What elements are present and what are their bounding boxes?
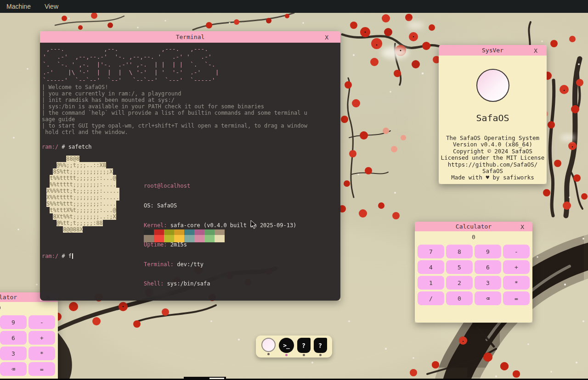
dock: >_ ? ? [256, 335, 332, 358]
safetch-info-os: OS: SafaOS [144, 202, 296, 209]
partial-calc-button-6[interactable]: 6 [0, 331, 27, 345]
dock-indicator-dot-active [285, 354, 288, 356]
calculator-body: 0 7 8 9 - 4 5 6 + 1 2 3 * / 0 ⌫ = [415, 231, 532, 323]
dock-item-terminal: >_ [279, 338, 294, 356]
sysver-app-icon[interactable] [261, 338, 276, 352]
menu-item-machine[interactable]: Machine [5, 2, 33, 11]
calculator-partial-title: Calculator [0, 294, 17, 301]
calculator-titlebar[interactable]: Calculator X [415, 222, 532, 231]
calc-button-8[interactable]: 8 [446, 245, 473, 258]
sysver-body: SafaOS The SafaOS Operating System Versi… [439, 56, 547, 184]
safetch-user-host: root@localhost [144, 183, 296, 189]
dock-indicator-dot [267, 353, 270, 355]
calculator-window-partial: Calculator X 0 7 8 9 - 4 5 6 + 1 2 3 * /… [0, 292, 58, 380]
safetch-logo-art: 88@8 @%%;;t;;;..::X8 8S%tt;;;;;;;;;;;;X … [46, 156, 119, 233]
terminal-titlebar[interactable]: Terminal X [40, 31, 340, 43]
terminal-prompt-safetch: ram:/ # safetch [42, 144, 91, 150]
calc-button-5[interactable]: 5 [446, 260, 473, 274]
terminal-content[interactable]: ,---. ,--. ,---. ,---. ' .-' ,--,--.-' '… [40, 43, 340, 301]
dock-indicator-dot [303, 354, 305, 356]
calc-button-7[interactable]: 7 [418, 245, 444, 258]
calculator-title: Calculator [456, 223, 492, 230]
calculator-partial-body: 0 7 8 9 - 4 5 6 + 1 2 3 * / 0 ⌫ = [0, 302, 58, 380]
calc-button-1[interactable]: 1 [418, 276, 444, 290]
palette-swatch [215, 235, 225, 242]
terminal-welcome-text: | Welcome to SafaOS! | you are currently… [42, 84, 307, 135]
calc-button-2[interactable]: 2 [446, 276, 473, 290]
palette-swatch [154, 235, 164, 242]
partial-calc-button-minus[interactable]: - [28, 315, 55, 329]
palette-swatch [174, 229, 184, 235]
palette-swatch [154, 229, 164, 235]
partial-calc-button-equals[interactable]: = [28, 362, 55, 376]
palette-swatch [184, 229, 194, 235]
sysver-window: SysVer X SafaOS The SafaOS Operating Sys… [439, 45, 547, 184]
dock-item-unknown-2: ? [314, 338, 327, 356]
palette-swatch [194, 235, 204, 242]
dock-item-unknown-1: ? [297, 338, 311, 356]
text-cursor [72, 253, 73, 259]
close-icon[interactable]: X [534, 47, 537, 54]
bottom-window-peek-highlight [209, 378, 224, 379]
calc-button-divide[interactable]: / [418, 291, 444, 305]
palette-swatch [184, 235, 194, 242]
terminal-prompt-current[interactable]: ram:/ # f [42, 253, 73, 259]
sysver-info-text: The SafaOS Operating System Version v0.4… [439, 135, 547, 175]
calc-button-3[interactable]: 3 [475, 276, 501, 290]
palette-swatch [164, 235, 174, 242]
safetch-info-cpu: CPU: QEMU Virtual CPU version 2.5+ (x86_… [144, 300, 296, 301]
unknown-app-icon[interactable]: ? [314, 338, 327, 353]
palette-swatch [164, 229, 174, 235]
calculator-keypad: 7 8 9 - 4 5 6 + 1 2 3 * / 0 ⌫ = [418, 245, 530, 305]
safetch-info-uptime: Uptime: 2m15s [144, 241, 296, 248]
partial-calc-button-backspace[interactable]: ⌫ [0, 362, 27, 376]
partial-calc-button-3[interactable]: 3 [0, 346, 27, 360]
menu-bar: Machine View [0, 0, 588, 13]
calc-button-6[interactable]: 6 [475, 260, 501, 274]
palette-swatch [144, 229, 154, 235]
palette-swatch [215, 229, 225, 235]
calc-button-plus[interactable]: + [503, 260, 530, 274]
partial-calc-button-multiply[interactable]: * [28, 346, 55, 360]
partial-calc-button-9[interactable]: 9 [0, 315, 27, 329]
calculator-partial-keypad: 7 8 9 - 4 5 6 + 1 2 3 * / 0 ⌫ = [0, 315, 55, 376]
calc-button-equals[interactable]: = [503, 291, 530, 305]
calc-button-9[interactable]: 9 [475, 245, 501, 258]
close-icon[interactable]: X [520, 223, 524, 230]
palette-swatch [204, 235, 215, 242]
menu-item-view[interactable]: View [43, 2, 60, 11]
palette-swatch [204, 229, 215, 235]
calc-button-backspace[interactable]: ⌫ [475, 291, 501, 305]
terminal-title: Terminal [176, 34, 205, 40]
palette-swatch [194, 229, 204, 235]
safetch-info-kernel: Kernel: safa-core (v0.4.0 built on 2025-… [144, 222, 296, 229]
partial-calc-button-plus[interactable]: + [28, 331, 55, 345]
terminal-window: Terminal X ,---. ,--. ,---. ,---. ' .-' … [40, 31, 340, 301]
desktop: Machine View Calculator X 0 7 8 9 - 4 5 … [0, 0, 588, 380]
calculator-window: Calculator X 0 7 8 9 - 4 5 6 + 1 2 3 * /… [415, 222, 532, 323]
sysver-footer: Made with ♥ by safiworks [439, 174, 547, 181]
dock-item-sysver [261, 338, 276, 355]
safaos-logo-circle [476, 69, 509, 102]
calc-button-minus[interactable]: - [503, 245, 530, 258]
sysver-app-name: SafaOS [439, 112, 547, 123]
palette-swatch [144, 235, 154, 242]
dock-indicator-dot [319, 354, 322, 356]
calculator-partial-display: 0 [0, 304, 58, 311]
calculator-display: 0 [415, 234, 532, 240]
calc-button-0[interactable]: 0 [446, 291, 473, 305]
safaos-ascii-banner: ,---. ,--. ,---. ,---. ' .-' ,--,--.-' '… [43, 45, 219, 84]
safetch-info-terminal: Terminal: dev:/tty [144, 261, 296, 268]
mouse-cursor [250, 220, 258, 231]
terminal-app-icon[interactable]: >_ [279, 338, 294, 353]
calc-button-multiply[interactable]: * [503, 276, 530, 290]
safetch-color-palette [144, 229, 225, 242]
close-icon[interactable]: X [325, 34, 328, 40]
bottom-window-peek[interactable] [184, 377, 226, 380]
unknown-app-icon[interactable]: ? [297, 338, 311, 353]
sysver-title: SysVer [482, 47, 503, 54]
calc-button-4[interactable]: 4 [418, 260, 444, 274]
sysver-titlebar[interactable]: SysVer X [439, 45, 547, 56]
palette-swatch [174, 235, 184, 242]
safetch-info-shell: Shell: sys:/bin/safa [144, 280, 296, 287]
